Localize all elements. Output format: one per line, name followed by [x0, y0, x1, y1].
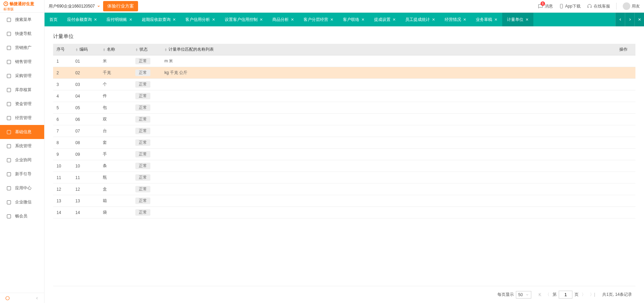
cell-seq: 11 [53, 172, 72, 184]
sidebar-item[interactable]: 销售管理 [0, 55, 44, 69]
page-prev[interactable]: 〈 [544, 292, 550, 298]
page-next[interactable]: 〉 [581, 292, 587, 298]
cell-code: 02 [72, 67, 99, 79]
user-menu[interactable]: 用友 [623, 2, 640, 10]
page-title: 计量单位 [53, 33, 635, 40]
table-row[interactable]: 808套正常 [53, 137, 635, 149]
page-last[interactable]: 〉| [589, 292, 596, 298]
sidebar-item[interactable]: 经营管理 [0, 111, 44, 125]
tabs-scroll-right[interactable] [625, 13, 634, 26]
sidebar-item[interactable]: 企业微信 [0, 195, 44, 209]
tab-label: 经营情况 [445, 17, 461, 23]
cell-seq: 9 [53, 149, 72, 160]
sidebar-item[interactable]: 营销推广 [0, 41, 44, 55]
sidebar-item[interactable]: 采购管理 [0, 69, 44, 83]
table-row[interactable]: 202千克正常kg 千克 公斤 [53, 67, 635, 79]
tab[interactable]: 商品分析✕ [268, 13, 299, 26]
table-row[interactable]: 1212盒正常 [53, 184, 635, 195]
tab[interactable]: 设置客户信用控制✕ [220, 13, 268, 26]
close-icon[interactable]: ✕ [260, 17, 263, 22]
collapse-icon[interactable] [35, 296, 39, 300]
app-download-button[interactable]: App下载 [559, 3, 581, 9]
warehouse-icon [6, 87, 12, 93]
close-icon[interactable]: ✕ [330, 17, 333, 22]
close-icon[interactable]: ✕ [432, 17, 435, 22]
cell-code: 12 [72, 184, 99, 195]
sidebar-item[interactable]: 库存核算 [0, 83, 44, 97]
col-seq[interactable]: 序号 [53, 44, 72, 55]
sidebar-item[interactable]: 新手引导 [0, 167, 44, 181]
tab[interactable]: 员工提成统计✕ [400, 13, 440, 26]
table-row[interactable]: 1414袋正常 [53, 207, 635, 218]
wechat-icon [6, 200, 12, 205]
sidebar-item-label: 基础信息 [15, 129, 32, 135]
col-name[interactable]: ▲▼名称 [99, 44, 132, 55]
tab[interactable]: 超期应收款查询✕ [137, 13, 181, 26]
page-first[interactable]: ­K [537, 292, 542, 297]
close-icon[interactable]: ✕ [129, 17, 132, 22]
col-match[interactable]: ▲▼计量单位匹配的名称列表 [161, 44, 611, 55]
tab[interactable]: 经营情况✕ [440, 13, 471, 26]
close-icon[interactable]: ✕ [525, 17, 529, 22]
cell-op [611, 207, 635, 218]
cell-seq: 8 [53, 137, 72, 149]
sidebar-item[interactable]: 企业协同 [0, 153, 44, 167]
tab[interactable]: 客户联络✕ [338, 13, 369, 26]
tab[interactable]: 计量单位✕ [502, 13, 533, 26]
tabs-scroll-left[interactable] [615, 13, 625, 26]
tab[interactable]: 提成设置✕ [369, 13, 400, 26]
col-code[interactable]: ▲▼编码 [72, 44, 99, 55]
table-row[interactable]: 101米正常m 米 [53, 55, 635, 67]
table-row[interactable]: 1111瓶正常 [53, 172, 635, 184]
table-row[interactable]: 1313箱正常 [53, 195, 635, 207]
page-suffix: 页 [574, 292, 579, 298]
close-icon[interactable]: ✕ [291, 17, 294, 22]
cell-status: 正常 [132, 149, 161, 160]
vip-icon [6, 214, 12, 219]
table-row[interactable]: 606双正常 [53, 114, 635, 125]
table-row[interactable]: 909手正常 [53, 149, 635, 160]
messages-button[interactable]: 6 消息 [538, 3, 553, 9]
table-row[interactable]: 303个正常 [53, 79, 635, 90]
sidebar-item[interactable]: 快捷导航 [0, 27, 44, 41]
sidebar-item[interactable]: 基础信息 [0, 125, 44, 139]
online-service-button[interactable]: 在线客服 [587, 3, 610, 9]
trial-plan-button[interactable]: 体验行业方案 [103, 1, 138, 11]
tab[interactable]: 首页 [45, 13, 62, 26]
tenant-selector[interactable]: 用户690企业1660120507 [49, 3, 100, 9]
cell-status: 正常 [132, 90, 161, 102]
cell-seq: 2 [53, 67, 72, 79]
table-row[interactable]: 1010条正常 [53, 160, 635, 172]
tab[interactable]: 客户分层经营✕ [299, 13, 338, 26]
close-icon[interactable]: ✕ [361, 17, 364, 22]
sidebar-item[interactable]: 搜索菜单 [0, 13, 44, 27]
tab[interactable]: 业务草稿✕ [471, 13, 502, 26]
close-icon[interactable]: ✕ [212, 17, 215, 22]
table-row[interactable]: 707台正常 [53, 125, 635, 137]
page-input[interactable] [559, 291, 572, 299]
cell-match [161, 102, 611, 114]
close-icon[interactable]: ✕ [94, 17, 97, 22]
per-page-select[interactable]: 50 [516, 291, 531, 299]
close-icon[interactable]: ✕ [494, 17, 497, 22]
cell-seq: 3 [53, 79, 72, 90]
tab[interactable]: 应付余额查询✕ [62, 13, 102, 26]
sidebar-item[interactable]: 资金管理 [0, 97, 44, 111]
table-row[interactable]: 404件正常 [53, 90, 635, 102]
cell-status: 正常 [132, 137, 161, 149]
col-status[interactable]: ▲▼状态 [132, 44, 161, 55]
sidebar-item[interactable]: 系统管理 [0, 139, 44, 153]
close-icon[interactable]: ✕ [393, 17, 396, 22]
sidebar-item[interactable]: 畅会员 [0, 209, 44, 223]
cell-op [611, 160, 635, 172]
chart-icon [6, 115, 12, 121]
close-icon[interactable]: ✕ [463, 17, 466, 22]
tab[interactable]: 客户信用分析✕ [181, 13, 220, 26]
tabs-close-all[interactable] [634, 13, 644, 26]
close-icon[interactable]: ✕ [173, 17, 176, 22]
tab[interactable]: 应付明细账✕ [102, 13, 137, 26]
cell-code: 13 [72, 195, 99, 207]
table-row[interactable]: 505包正常 [53, 102, 635, 114]
search-icon [6, 17, 12, 23]
sidebar-item[interactable]: 应用中心 [0, 181, 44, 195]
